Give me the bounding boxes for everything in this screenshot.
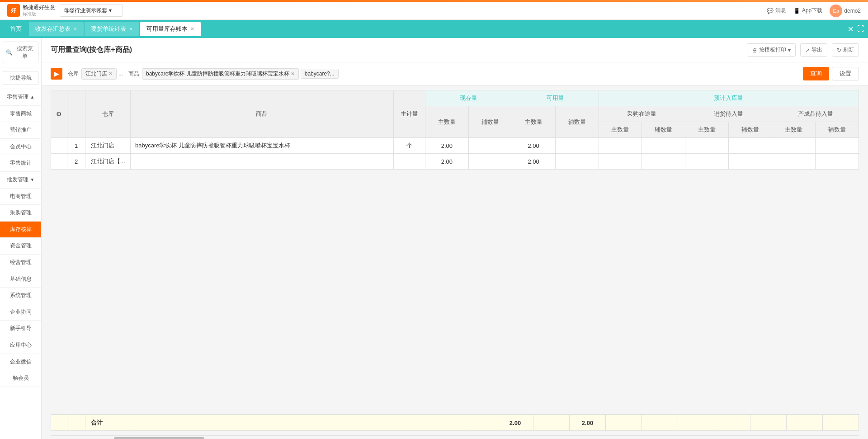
quick-nav-btn[interactable]: 快捷导航 (3, 71, 38, 85)
sidebar-item-retail-mgmt[interactable]: 零售管理 ▲ (0, 89, 41, 106)
th-product: 商品 (131, 90, 394, 138)
close-all-tabs-btn[interactable]: ✕ (848, 25, 854, 33)
sidebar-item-wholesale-mgmt-label: 批发管理 (7, 176, 28, 184)
sidebar-item-system[interactable]: 系统管理 (0, 288, 41, 304)
page-title: 可用量查询(按仓库+商品) (51, 45, 132, 55)
chevron-up-icon: ▲ (30, 94, 35, 99)
brand-tag: 标准版 (23, 11, 55, 17)
brand-name: 畅捷通好生意 (23, 4, 55, 10)
sidebar-item-purchase-label: 采购管理 (10, 209, 32, 217)
sidebar-item-finance[interactable]: 资金管理 (0, 238, 41, 255)
app-download-btn[interactable]: 📱 App下载 (793, 7, 822, 14)
sidebar-item-inventory-label: 库存核算 (10, 226, 32, 233)
th-incoming-main: 主数量 (685, 122, 729, 138)
cell-in-main-0 (685, 138, 729, 154)
warehouse-filter-label: 仓库 (68, 70, 79, 78)
chevron-down-icon-2: ▼ (30, 177, 35, 182)
sidebar-item-member[interactable]: 畅会员 (0, 370, 41, 387)
cell-settings-1 (51, 154, 67, 170)
sidebar-item-new-guide[interactable]: 新手引导 (0, 321, 41, 337)
cell-stock-aux-0 (468, 138, 512, 154)
th-planned-group: 预计入库量 (599, 90, 859, 106)
sidebar-item-system-label: 系统管理 (10, 292, 32, 299)
sidebar-item-enterprise-wechat[interactable]: 企业微信 (0, 354, 41, 371)
sidebar-item-retail-stats[interactable]: 零售统计 (0, 155, 41, 172)
print-icon: 🖨 (752, 47, 757, 53)
summary-empty-3 (135, 415, 470, 431)
product-tag-1-close[interactable]: ✕ (291, 71, 295, 77)
summary-available-aux (606, 415, 642, 431)
data-table: ⚙ 仓库 商品 主计量 现存量 可用量 预计入库量 主数量 辅数量 主数量 (51, 90, 859, 170)
warehouse-filter-group: 仓库 江北门店 ✕ ... (68, 68, 123, 80)
quick-nav-section: 快捷导航 (0, 67, 41, 89)
sidebar-item-retail-mall[interactable]: 零售商城 (0, 106, 41, 123)
sidebar-item-finance-label: 资金管理 (10, 242, 32, 250)
sidebar-item-ecommerce-label: 电商管理 (10, 193, 32, 200)
brand-logo: 好 畅捷通好生意 标准版 (7, 4, 55, 17)
th-rownum (67, 90, 85, 138)
th-available-aux: 辅数量 (555, 106, 599, 138)
tab-receive-summary[interactable]: 收发存汇总表 ✕ (29, 22, 84, 36)
warehouse-tag-close[interactable]: ✕ (108, 71, 113, 77)
th-stock-main-aux: 辅数量 (468, 106, 512, 138)
tab-home[interactable]: 首页 (4, 22, 28, 36)
refresh-btn[interactable]: ↻ 刷新 (832, 43, 859, 57)
store-selector[interactable]: 母婴行业演示账套 ▾ (60, 5, 123, 17)
tab-order-stats-label: 要货单统计表 (91, 25, 126, 33)
warehouse-filter-more[interactable]: ... (118, 71, 123, 77)
export-btn[interactable]: ↗ 导出 (800, 43, 827, 57)
th-unit: 主计量 (393, 90, 425, 138)
filter-bar: ▶ 仓库 江北门店 ✕ ... 商品 babycare学饮杯 儿童防摔防撞吸管杯… (42, 62, 868, 85)
sidebar-item-marketing[interactable]: 营销推广 (0, 122, 41, 139)
tab-receive-summary-close[interactable]: ✕ (73, 26, 77, 32)
filter-toggle-btn[interactable]: ▶ (51, 68, 62, 80)
sidebar-item-inventory[interactable]: 库存核算 (0, 222, 41, 238)
tab-available-stock-close[interactable]: ✕ (190, 26, 194, 32)
table-settings-icon[interactable]: ⚙ (56, 110, 62, 118)
sidebar-item-member-center[interactable]: 会员中心 (0, 139, 41, 156)
sidebar-item-operations[interactable]: 经营管理 (0, 255, 41, 271)
sidebar-item-new-guide-label: 新手引导 (10, 325, 32, 332)
sidebar-item-retail-mall-label: 零售商城 (10, 110, 32, 118)
cell-avail-aux-0 (555, 138, 599, 154)
tab-available-stock[interactable]: 可用量库存账本 ✕ (140, 22, 201, 36)
warehouse-filter-tags: 江北门店 ✕ ... (81, 68, 123, 80)
cell-settings-0 (51, 138, 67, 154)
user-name: demo2 (844, 8, 861, 14)
message-icon: 💬 (767, 8, 774, 14)
tab-available-stock-label: 可用量库存账本 (146, 25, 188, 33)
print-template-btn[interactable]: 🖨 按模板打印 ▾ (747, 43, 796, 57)
export-label: 导出 (811, 46, 822, 54)
cell-unit-0: 个 (393, 138, 425, 154)
cell-num-0: 1 (67, 138, 85, 154)
product-filter-label: 商品 (128, 70, 139, 78)
summary-p1 (642, 415, 678, 431)
sidebar-item-enterprise-collab[interactable]: 企业协同 (0, 304, 41, 321)
summary-p5 (787, 415, 823, 431)
main-layout: 🔍 搜索菜单 快捷导航 零售管理 ▲ 零售商城 营销推广 会员中心 零售统计 批… (0, 38, 868, 439)
sidebar-item-purchase[interactable]: 采购管理 (0, 205, 41, 222)
sidebar-item-wholesale-mgmt[interactable]: 批发管理 ▼ (0, 172, 41, 189)
sidebar-item-app-center[interactable]: 应用中心 (0, 337, 41, 354)
content-area: 可用量查询(按仓库+商品) 🖨 按模板打印 ▾ ↗ 导出 ↻ 刷新 ▶ (42, 38, 868, 439)
message-btn[interactable]: 💬 消息 (767, 7, 786, 14)
sidebar-item-ecommerce[interactable]: 电商管理 (0, 189, 41, 205)
horizontal-scrollbar[interactable] (51, 435, 859, 439)
query-btn[interactable]: 查询 (803, 67, 829, 80)
maximize-btn[interactable]: ⛶ (857, 25, 864, 33)
avatar: Ea (830, 5, 842, 17)
user-profile[interactable]: Ea demo2 (830, 5, 861, 17)
cell-pur-main-0 (599, 138, 642, 154)
settings-btn[interactable]: 设置 (832, 67, 859, 80)
cell-warehouse-0: 江北门店 (85, 138, 131, 154)
summary-label: 合计 (85, 415, 135, 431)
th-purchase-transit-group: 采购在途量 (599, 106, 685, 122)
tab-order-stats-close[interactable]: ✕ (129, 26, 133, 32)
tab-order-stats[interactable]: 要货单统计表 ✕ (85, 22, 139, 36)
cell-in-aux-1 (729, 154, 772, 170)
summary-p3 (714, 415, 750, 431)
summary-available-qty: 2.00 (570, 415, 606, 431)
search-menu-btn[interactable]: 🔍 搜索菜单 (3, 42, 38, 63)
page-actions: 🖨 按模板打印 ▾ ↗ 导出 ↻ 刷新 (747, 43, 859, 57)
sidebar-item-basic-info[interactable]: 基础信息 (0, 271, 41, 288)
